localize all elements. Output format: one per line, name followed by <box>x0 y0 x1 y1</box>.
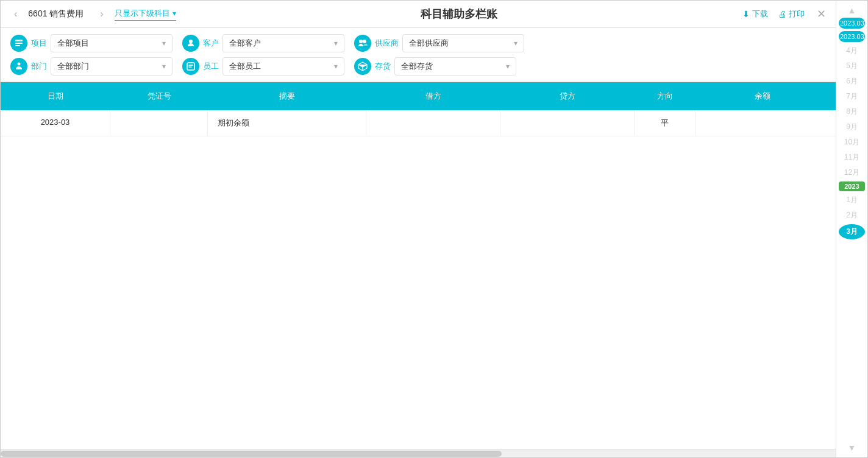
timeline-panel: ▲ 2023.03 2023.03 4月 5月 6月 7月 8月 9月 10月 … <box>836 1 867 457</box>
dept-icon <box>10 58 27 75</box>
cell-summary: 期初余额 <box>208 110 366 136</box>
dept-arrow-icon: ▾ <box>162 62 166 71</box>
svg-point-4 <box>363 40 366 43</box>
project-value: 全部项目 <box>57 38 162 49</box>
cell-balance <box>695 110 830 136</box>
filter-row-2: 部门 全部部门 ▾ 员工 全部员工 ▾ <box>10 57 826 76</box>
col-header-debit: 借方 <box>366 82 500 110</box>
filter-area: 项目 全部项目 ▾ 客户 全部客户 ▾ <box>1 28 836 82</box>
col-header-balance: 余额 <box>695 82 830 110</box>
print-label: 打印 <box>789 9 805 19</box>
col-header-voucher: 凭证号 <box>110 82 208 110</box>
customer-label: 客户 <box>203 38 219 49</box>
dept-label: 部门 <box>31 61 47 72</box>
table-row: 2023-03 期初余额 平 <box>1 110 836 136</box>
cell-direction: 平 <box>635 110 695 136</box>
col-header-summary: 摘要 <box>208 82 366 110</box>
timeline-item-5[interactable]: 5月 <box>836 58 867 74</box>
employee-icon <box>182 58 199 75</box>
supplier-arrow-icon: ▾ <box>514 39 518 48</box>
main-window: ‹ 6601 销售费用 › 只显示下级科目 ▾ 科目辅助多栏账 ⬇ 下载 🖨 打… <box>0 0 868 458</box>
filter-item-dept: 部门 全部部门 ▾ <box>10 57 173 76</box>
horizontal-scrollbar[interactable] <box>1 449 836 457</box>
customer-arrow-icon: ▾ <box>334 39 338 48</box>
customer-select[interactable]: 全部客户 ▾ <box>222 34 344 52</box>
dept-select[interactable]: 全部部门 ▾ <box>51 57 173 76</box>
show-sub-label: 只显示下级科目 <box>115 8 170 19</box>
employee-select[interactable]: 全部员工 ▾ <box>222 57 344 76</box>
download-icon: ⬇ <box>742 9 750 19</box>
employee-value: 全部员工 <box>229 61 334 72</box>
svg-rect-0 <box>15 40 23 41</box>
table-header: 日期 凭证号 摘要 借方 贷方 方向 余额 <box>1 82 836 110</box>
col-header-date: 日期 <box>1 82 110 110</box>
supplier-value: 全部供应商 <box>409 38 514 49</box>
show-sub-toggle[interactable]: 只显示下级科目 ▾ <box>115 8 176 21</box>
timeline-item-1[interactable]: 1月 <box>836 192 867 208</box>
prev-account-button[interactable]: ‹ <box>10 7 21 21</box>
filter-item-employee: 员工 全部员工 ▾ <box>182 57 344 76</box>
page-title: 科目辅助多栏账 <box>183 7 735 21</box>
svg-rect-6 <box>187 63 194 70</box>
account-code-label: 6601 销售费用 <box>28 9 89 19</box>
filter-item-supplier: 供应商 全部供应商 ▾ <box>354 34 524 52</box>
timeline-item-3-active[interactable]: 3月 <box>839 224 865 239</box>
cell-voucher <box>110 110 208 136</box>
table-container: 日期 凭证号 摘要 借方 贷方 方向 余额 2023-03 期初余额 平 <box>1 82 836 449</box>
col-header-credit: 贷方 <box>500 82 635 110</box>
timeline-year-badge[interactable]: 2023 <box>839 181 865 191</box>
timeline-item-11[interactable]: 11月 <box>836 150 867 165</box>
cell-debit <box>366 110 500 136</box>
cell-credit <box>500 110 635 136</box>
main-content-area: ‹ 6601 销售费用 › 只显示下级科目 ▾ 科目辅助多栏账 ⬇ 下载 🖨 打… <box>1 1 836 457</box>
table-body: 2023-03 期初余额 平 <box>1 110 836 136</box>
project-icon <box>10 35 27 52</box>
svg-rect-1 <box>15 43 23 44</box>
filter-item-customer: 客户 全部客户 ▾ <box>182 34 344 52</box>
timeline-item-12[interactable]: 12月 <box>836 165 867 180</box>
filter-row-1: 项目 全部项目 ▾ 客户 全部客户 ▾ <box>10 34 826 52</box>
inventory-label: 存货 <box>375 61 391 72</box>
project-select[interactable]: 全部项目 ▾ <box>51 34 173 52</box>
supplier-select[interactable]: 全部供应商 ▾ <box>402 34 524 52</box>
timeline-scroll-down-button[interactable]: ▼ <box>847 442 858 454</box>
svg-rect-2 <box>15 45 20 46</box>
timeline-item-7[interactable]: 7月 <box>836 89 867 104</box>
download-button[interactable]: ⬇ 下载 <box>742 9 768 19</box>
timeline-scroll-up-button[interactable]: ▲ <box>847 4 858 16</box>
header-bar: ‹ 6601 销售费用 › 只显示下级科目 ▾ 科目辅助多栏账 ⬇ 下载 🖨 打… <box>1 1 836 28</box>
timeline-item-2[interactable]: 2月 <box>836 208 867 223</box>
action-buttons: ⬇ 下载 🖨 打印 <box>742 9 805 19</box>
inventory-icon <box>354 58 371 75</box>
download-label: 下载 <box>752 9 768 19</box>
timeline-item-4[interactable]: 4月 <box>836 43 867 58</box>
timeline-item-9[interactable]: 9月 <box>836 119 867 135</box>
supplier-icon <box>354 35 371 52</box>
supplier-label: 供应商 <box>375 38 399 49</box>
col-header-direction: 方向 <box>635 82 695 110</box>
svg-point-3 <box>359 40 363 43</box>
show-sub-arrow-icon: ▾ <box>173 9 176 18</box>
filter-item-project: 项目 全部项目 ▾ <box>10 34 173 52</box>
print-button[interactable]: 🖨 打印 <box>778 9 805 19</box>
scrollbar-thumb[interactable] <box>1 451 502 457</box>
customer-value: 全部客户 <box>229 38 334 49</box>
inventory-value: 全部存货 <box>401 61 506 72</box>
timeline-item-6[interactable]: 6月 <box>836 74 867 89</box>
customer-icon <box>182 35 199 52</box>
filter-item-inventory: 存货 全部存货 ▾ <box>354 57 516 76</box>
timeline-item-8[interactable]: 8月 <box>836 104 867 119</box>
inventory-arrow-icon: ▾ <box>506 62 510 71</box>
project-label: 项目 <box>31 38 47 49</box>
next-account-button[interactable]: › <box>96 7 107 21</box>
cell-date: 2023-03 <box>1 110 110 136</box>
inventory-select[interactable]: 全部存货 ▾ <box>394 57 516 76</box>
timeline-item-10[interactable]: 10月 <box>836 135 867 150</box>
employee-label: 员工 <box>203 61 219 72</box>
dept-value: 全部部门 <box>57 61 162 72</box>
employee-arrow-icon: ▾ <box>334 62 338 71</box>
timeline-item-2023-03-top[interactable]: 2023.03 <box>839 18 865 29</box>
close-button[interactable]: ✕ <box>817 7 826 21</box>
svg-point-5 <box>18 63 21 66</box>
timeline-item-2023-03[interactable]: 2023.03 <box>839 31 865 42</box>
